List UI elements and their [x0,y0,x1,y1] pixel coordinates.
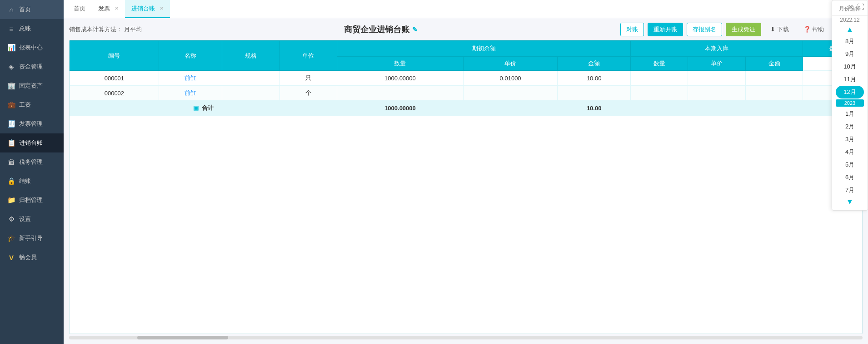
page-title-text: 商贸企业进销台账 [344,24,409,35]
sidebar-item-closing[interactable]: 🔒 结账 [0,172,64,191]
page-title: 商贸企业进销台账 ✎ [344,24,418,35]
cell-code: 000001 [70,71,159,86]
col-name: 名称 [159,41,222,71]
month-item-2[interactable]: 2月 [832,120,868,133]
help-icon: ❓ [803,26,813,33]
cell-in-price [688,71,745,86]
sidebar-item-guide[interactable]: 🎓 新手引导 [0,229,64,248]
tab-purchase-sales[interactable]: 进销台账 ✕ [125,0,170,18]
sidebar-item-payroll[interactable]: 💼 工资 [0,95,64,114]
maximize-button[interactable]: ⛶ [857,3,864,11]
main-area: ✕ ⛶ 首页 发票 ✕ 进销台账 ✕ 销售成本计算方法： 月平均 商贸企业进销台… [64,0,868,344]
month-item-11[interactable]: 11月 [832,73,868,86]
reports-icon: 📊 [7,44,15,52]
sidebar-item-invoice-mgmt[interactable]: 🧾 发票管理 [0,114,64,133]
total-label-text: 合计 [202,104,214,111]
save-as-button[interactable]: 存报别名 [687,23,722,36]
sidebar-item-archive[interactable]: 📁 归档管理 [0,191,64,210]
total-opening-price [463,101,557,116]
tab-home[interactable]: 首页 [67,0,92,18]
month-item-6[interactable]: 6月 [832,171,868,184]
edit-icon[interactable]: ✎ [412,26,418,33]
month-item-5[interactable]: 5月 [832,158,868,171]
sidebar-item-reports[interactable]: 📊 报表中心 [0,38,64,57]
help-button[interactable]: ❓ 帮助 [798,23,830,36]
close-button[interactable]: ✕ [848,3,853,11]
col-code: 编号 [70,41,159,71]
sidebar-item-label: 税务管理 [19,158,43,166]
tab-invoice[interactable]: 发票 ✕ [92,0,125,18]
closing-icon: 🔒 [7,177,15,185]
month-item-7[interactable]: 7月 [832,184,868,197]
table-row: 000002 前缸 个 [70,86,862,101]
sidebar-item-member[interactable]: V 畅会员 [0,248,64,267]
col-opening-qty: 数量 [337,57,464,71]
tabs-bar: 首页 发票 ✕ 进销台账 ✕ [64,0,868,18]
cell-code: 000002 [70,86,159,101]
sidebar-item-ledger[interactable]: ≡ 总账 [0,19,64,38]
month-item-12-active[interactable]: 12月 [836,86,864,98]
cell-spec [222,86,279,101]
sidebar-item-tax[interactable]: 🏛 税务管理 [0,152,64,172]
month-item-8[interactable]: 8月 [832,35,868,48]
table-header-top: 编号 名称 规格 单位 期初余额 本期入库 数 [70,41,862,57]
sidebar-item-label: 新手引导 [19,234,43,242]
guide-icon: 🎓 [7,234,15,242]
month-item-1[interactable]: 1月 [832,108,868,120]
sidebar-item-label: 设置 [19,215,31,223]
settings-icon: ⚙ [7,215,15,223]
generate-voucher-button[interactable]: 生成凭证 [726,23,761,36]
cost-method-info: 销售成本计算方法： 月平均 [69,25,142,34]
sidebar-item-funds[interactable]: ◈ 资金管理 [0,57,64,76]
sidebar-item-home[interactable]: ⌂ 首页 [0,0,64,19]
year-2023-badge: 2023 [836,99,864,107]
cell-spec [222,71,279,86]
reopen-button[interactable]: 重新开账 [648,23,683,36]
tab-invoice-close[interactable]: ✕ [115,5,119,11]
scroll-up-button[interactable]: ▲ [832,24,868,35]
total-opening-amount: 10.00 [558,101,631,116]
table-body: 000001 前缸 只 1000.00000 0.01000 10.00 000… [70,71,862,116]
tax-icon: 🏛 [7,158,15,166]
total-in-qty [630,101,688,116]
scrollbar-thumb[interactable] [137,336,228,339]
download-button[interactable]: ⬇ 下载 [765,23,794,36]
sidebar-item-settings[interactable]: ⚙ 设置 [0,210,64,229]
sidebar-item-label: 资金管理 [19,63,43,71]
cell-in-qty [630,71,688,86]
name-link[interactable]: 前缸 [185,74,196,81]
sidebar-item-assets[interactable]: 🏢 固定资产 [0,76,64,95]
data-table: 编号 名称 规格 单位 期初余额 本期入库 数 数量 单价 金额 数量 单价 [70,40,862,116]
month-item-4[interactable]: 4月 [832,146,868,158]
total-in-amount [745,101,803,116]
month-item-9[interactable]: 9月 [832,48,868,60]
month-item-10[interactable]: 10月 [832,60,868,73]
sidebar-item-label: 进销台账 [19,139,43,147]
month-item-3[interactable]: 3月 [832,133,868,146]
sidebar-item-purchase-sales[interactable]: 📋 进销台账 [0,133,64,152]
scroll-down-button[interactable]: ▼ [832,197,868,207]
action-buttons: 对账 重新开账 存报别名 生成凭证 ⬇ 下载 ❓ 帮助 ↻ 刷新 [620,23,863,36]
total-in-price [688,101,745,116]
col-in-amount: 金额 [745,57,803,71]
name-link[interactable]: 前缸 [185,89,196,96]
reconcile-button[interactable]: 对账 [620,23,644,36]
info-bar: 销售成本计算方法： 月平均 商贸企业进销台账 ✎ 对账 重新开账 存报别名 生成… [69,23,863,36]
cell-unit: 只 [279,71,337,86]
col-in-qty: 数量 [630,57,688,71]
sidebar-item-label: 固定资产 [19,82,43,90]
cell-in-amount [745,86,803,101]
col-period-in: 本期入库 [630,41,803,57]
tab-purchase-sales-close[interactable]: ✕ [160,5,164,11]
tab-home-label: 首页 [74,5,85,13]
window-controls: ✕ ⛶ [848,3,864,11]
horizontal-scrollbar[interactable] [69,336,863,339]
sidebar-item-label: 报表中心 [19,44,43,52]
sidebar-item-label: 首页 [19,5,31,14]
col-opening-balance: 期初余额 [337,41,631,57]
col-opening-amount: 金额 [558,57,631,71]
total-label: ▣ 合计 [70,101,337,116]
sidebar-item-label: 总账 [19,25,31,33]
total-row: ▣ 合计 1000.00000 10.00 [70,101,862,116]
cell-opening-price: 0.01000 [463,71,557,86]
